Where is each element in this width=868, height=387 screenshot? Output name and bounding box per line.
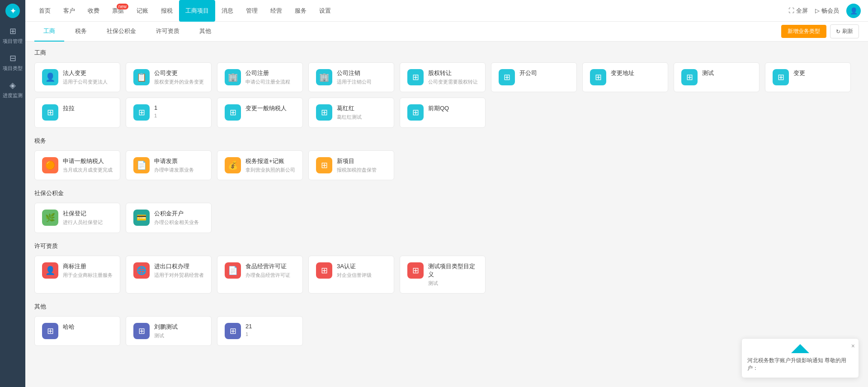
nav-invoice[interactable]: 票据 new — [106, 0, 130, 22]
card-desc: 适用于对外贸易经营者 — [154, 272, 204, 279]
test-type-icon: ⊞ — [407, 262, 424, 279]
fullscreen-btn[interactable]: ⛶ 全屏 — [788, 7, 808, 15]
card-desc: 报税加税控盘保管 — [337, 167, 387, 173]
card-import-export[interactable]: 🌐 进出口权办理 适用于对外贸易经营者 — [126, 256, 212, 294]
card-legal-change[interactable]: 👤 法人变更 适用于公司变更法人 — [34, 62, 120, 92]
main-content: 工商 税务 社保公积金 许可资质 其他 新增业务类型 ↻ 刷新 工商 👤 — [25, 22, 868, 362]
card-title: 变更一般纳税人 — [245, 104, 295, 112]
card-desc: 葛红红测试 — [337, 114, 387, 121]
card-title: 申请发票 — [154, 157, 204, 165]
card-3a-cert[interactable]: ⊞ 3A认证 对企业信誉评级 — [308, 256, 394, 294]
card-title: 公司变更 — [154, 69, 204, 77]
project-mgmt-icon: ⊞ — [9, 26, 16, 36]
tax-section-title: 税务 — [34, 137, 859, 145]
card-trademark[interactable]: 👤 商标注册 用于企业商标注册服务 — [34, 256, 120, 294]
card-company-register[interactable]: 🏢 公司注册 申请公司注册全流程 — [217, 62, 303, 92]
early-qq-icon: ⊞ — [407, 104, 424, 121]
avatar[interactable]: 👤 — [846, 4, 861, 18]
sidebar-item-label: 项目类型 — [3, 65, 23, 72]
nav-right: ⛶ 全屏 ▷ 畅会员 👤 — [788, 4, 861, 18]
nav-tax[interactable]: 报税 — [155, 0, 179, 22]
card-open-company[interactable]: ⊞ 开公司 — [491, 62, 577, 92]
tab-industry[interactable]: 工商 — [34, 22, 64, 42]
card-desc: 公司变更需要股权转让 — [428, 79, 478, 85]
card-title: 新项目 — [337, 157, 387, 165]
nav-settings[interactable]: 设置 — [313, 0, 337, 22]
card-liupeng-test[interactable]: ⊞ 刘鹏测试 测试 — [126, 316, 212, 346]
nav-service[interactable]: 服务 — [288, 0, 313, 22]
card-change-taxpayer[interactable]: ⊞ 变更一般纳税人 — [217, 98, 303, 127]
nav-management[interactable]: 管理 — [240, 0, 264, 22]
card-food-permit[interactable]: 📄 食品经营许可证 办理食品经营许可证 — [217, 256, 303, 294]
card-change[interactable]: ⊞ 变更 — [765, 62, 851, 92]
nav-operations[interactable]: 经营 — [264, 0, 288, 22]
legal-change-icon: 👤 — [42, 69, 58, 85]
nav-billing[interactable]: 收费 — [81, 0, 106, 22]
notification-box: × 河北税务数字账户升级影响通知 尊敬的用户： — [741, 338, 859, 362]
card-title: 税务报道+记账 — [245, 157, 295, 165]
card-one[interactable]: ⊞ 1 1 — [126, 98, 212, 127]
card-early-qq[interactable]: ⊞ 前期QQ — [400, 98, 486, 127]
company-cancel-icon: 🏢 — [316, 69, 332, 85]
refresh-button[interactable]: ↻ 刷新 — [830, 24, 859, 38]
industry-section-title: 工商 — [34, 49, 859, 57]
nav-customer[interactable]: 客户 — [57, 0, 81, 22]
card-title: 前期QQ — [428, 104, 478, 112]
trademark-icon: 👤 — [42, 262, 58, 279]
card-test[interactable]: ⊞ 测试 — [674, 62, 760, 92]
card-title: 哈哈 — [63, 323, 113, 331]
card-lala[interactable]: ⊞ 拉拉 — [34, 98, 120, 127]
invoice-badge: new — [117, 4, 128, 9]
liupeng-test-icon: ⊞ — [133, 323, 150, 339]
change-icon: ⊞ — [773, 69, 789, 85]
tab-tax[interactable]: 税务 — [66, 22, 96, 42]
sidebar-item-project-mgmt[interactable]: ⊞ 项目管理 — [0, 22, 25, 49]
nav-accounting[interactable]: 记账 — [130, 0, 155, 22]
card-title: 葛红红 — [337, 104, 387, 112]
avatar-icon: 👤 — [850, 7, 858, 14]
card-title: 申请一般纳税人 — [63, 157, 113, 165]
card-apply-general-taxpayer[interactable]: 🟠 申请一般纳税人 当月或次月成变更完成 — [34, 150, 120, 180]
tab-social-fund[interactable]: 社保公积金 — [98, 22, 145, 42]
sidebar-item-project-type[interactable]: ⊟ 项目类型 — [0, 49, 25, 76]
card-new-project[interactable]: ⊞ 新项目 报税加税控盘保管 — [308, 150, 394, 180]
card-company-change[interactable]: 📋 公司变更 股权变更外的业务变更 — [126, 62, 212, 92]
permit-section-title: 许可资质 — [34, 242, 859, 250]
card-twenty-one[interactable]: ⊞ 21 1 — [217, 316, 303, 346]
card-title: 21 — [245, 323, 295, 330]
sidebar-item-progress[interactable]: ◈ 进度监测 — [0, 76, 25, 103]
card-equity-transfer[interactable]: ⊞ 股权转让 公司变更需要股权转让 — [400, 62, 486, 92]
card-title: 变更地址 — [611, 69, 660, 77]
project-type-icon: ⊟ — [9, 53, 16, 63]
card-title: 进出口权办理 — [154, 262, 204, 270]
nav-industry[interactable]: 工商项目 — [179, 0, 215, 22]
card-company-cancel[interactable]: 🏢 公司注销 适用于注销公司 — [308, 62, 394, 92]
other-section-title: 其他 — [34, 303, 859, 311]
card-title: 1 — [154, 104, 204, 111]
card-desc: 对企业信誉评级 — [337, 272, 387, 279]
card-change-address[interactable]: ⊞ 变更地址 — [582, 62, 668, 92]
card-title: 公积金开户 — [154, 210, 204, 218]
notification-close-button[interactable]: × — [851, 342, 855, 350]
nav-home[interactable]: 首页 — [33, 0, 57, 22]
card-tax-report-accounting[interactable]: 💰 税务报道+记账 拿到营业执照的新公司 — [217, 150, 303, 180]
card-desc: 申请公司注册全流程 — [245, 79, 295, 85]
card-title: 刘鹏测试 — [154, 323, 204, 331]
card-fund-open[interactable]: 💳 公积金开户 办理公积金相关业务 — [126, 203, 212, 233]
card-title: 法人变更 — [63, 69, 113, 77]
card-test-type[interactable]: ⊞ 测试项目类型目定义 测试 — [400, 256, 486, 294]
content-area: 工商 👤 法人变更 适用于公司变更法人 📋 公司变更 股权变更外的业务变更 🏢 — [25, 42, 868, 362]
social-fund-cards: 🌿 社保登记 进行人员社保登记 💳 公积金开户 办理公积金相关业务 — [34, 203, 859, 233]
card-haha[interactable]: ⊞ 哈哈 — [34, 316, 120, 346]
new-type-button[interactable]: 新增业务类型 — [781, 25, 826, 38]
new-project-icon: ⊞ — [316, 157, 332, 173]
tab-permit[interactable]: 许可资质 — [147, 22, 189, 42]
nav-messages[interactable]: 消息 — [215, 0, 240, 22]
card-gehonghong[interactable]: ⊞ 葛红红 葛红红测试 — [308, 98, 394, 127]
card-desc: 拿到营业执照的新公司 — [245, 167, 295, 173]
member-btn[interactable]: ▷ 畅会员 — [815, 7, 839, 15]
food-permit-icon: 📄 — [225, 262, 241, 279]
tab-other[interactable]: 其他 — [190, 22, 220, 42]
card-apply-invoice[interactable]: 📄 申请发票 办理申请发票业务 — [126, 150, 212, 180]
card-social-register[interactable]: 🌿 社保登记 进行人员社保登记 — [34, 203, 120, 233]
